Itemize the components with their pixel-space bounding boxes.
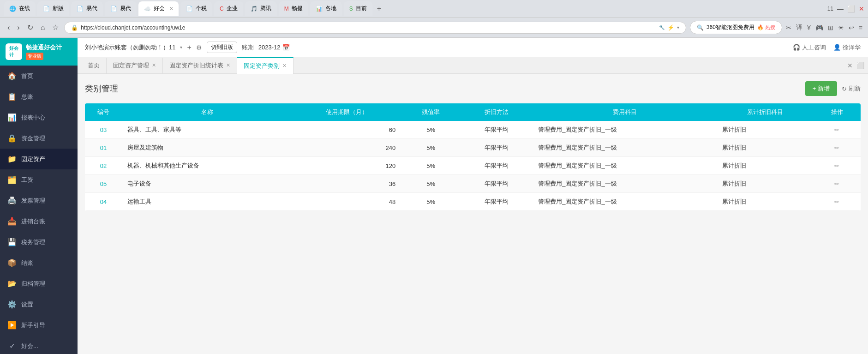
- browser-tab-label: 在线: [19, 5, 30, 12]
- cell-edit[interactable]: ✏: [813, 139, 861, 157]
- cell-edit[interactable]: ✏: [813, 193, 861, 211]
- menu-icon[interactable]: ≡: [859, 24, 862, 31]
- period-label: 账期: [242, 43, 254, 52]
- cell-edit[interactable]: ✏: [813, 157, 861, 175]
- game-icon[interactable]: 🎮: [815, 24, 823, 31]
- brand-icon-text: 好会计: [9, 45, 18, 58]
- sidebar-item-tax[interactable]: 💾 税务管理: [0, 232, 78, 252]
- tab-fixed-mgmt-close[interactable]: ✕: [152, 62, 156, 68]
- forward-button[interactable]: ›: [15, 22, 21, 34]
- minimize-button[interactable]: —: [837, 5, 844, 12]
- sidebar-item-guide[interactable]: ▶️ 新手引导: [0, 315, 78, 336]
- cell-name: 电子设备: [122, 175, 292, 193]
- browser-tab-enterprise[interactable]: C 企业: [214, 1, 243, 16]
- sidebar-item-cash[interactable]: 🔒 资金管理: [0, 128, 78, 149]
- sidebar-item-report[interactable]: 📊 报表中心: [0, 107, 78, 128]
- tab-home[interactable]: 首页: [81, 58, 107, 73]
- history-icon[interactable]: ↩: [849, 24, 854, 31]
- browser-tab-easy1[interactable]: 📄 易代: [71, 1, 103, 16]
- browser-tab-label: 目前: [356, 5, 367, 12]
- top-bar-left: 刘小艳演示账套（勿删勿动！）11 ▾ + ⚙ 切到旧版 账期 2023-12 📅: [85, 42, 290, 53]
- browser-tab-label: 新版: [53, 5, 64, 12]
- sidebar-item-purchase[interactable]: 📥 进销台账: [0, 211, 78, 232]
- period-value[interactable]: 2023-12 📅: [258, 44, 290, 51]
- cell-residual: 5%: [401, 175, 461, 193]
- cell-residual: 5%: [401, 139, 461, 157]
- grid-icon[interactable]: ⊞: [828, 24, 833, 31]
- new-tab-button[interactable]: +: [374, 4, 384, 14]
- switch-version-button[interactable]: 切到旧版: [207, 42, 237, 53]
- settings-button[interactable]: ⚙: [196, 44, 202, 51]
- tab-close-all-button[interactable]: ✕: [847, 62, 853, 69]
- browser-tab-chanjet[interactable]: ☁️ 好会 ✕: [138, 1, 179, 16]
- refresh-button[interactable]: ↻ 刷新: [842, 84, 861, 93]
- browser-tab-tencent[interactable]: 🎵 腾讯: [245, 1, 277, 16]
- sidebar-item-archive[interactable]: 📂 归档管理: [0, 273, 78, 294]
- yuan-icon[interactable]: ¥: [807, 24, 811, 31]
- browser-tab-tax[interactable]: 📄 个税: [180, 1, 212, 16]
- cell-method: 年限平均: [461, 193, 533, 211]
- cell-edit[interactable]: ✏: [813, 175, 861, 193]
- bookmark-button[interactable]: ☆: [50, 21, 60, 34]
- sidebar-item-settle[interactable]: 📦 结账: [0, 252, 78, 273]
- browser-tab-muqian[interactable]: S 目前: [344, 1, 372, 16]
- sidebar-item-payroll[interactable]: 🗂️ 工资: [0, 169, 78, 190]
- more-icon: ✓: [7, 342, 17, 350]
- translate-icon[interactable]: 译: [796, 24, 802, 32]
- tab-count: 11: [827, 6, 833, 12]
- browser-tab-changte[interactable]: M 畅提: [279, 1, 308, 16]
- user-section[interactable]: 👤 徐泽华: [833, 43, 861, 52]
- sidebar-item-settings[interactable]: ⚙️ 设置: [0, 294, 78, 315]
- tab-expand-button[interactable]: ⬜: [856, 62, 864, 69]
- sidebar-item-invoice[interactable]: 🖨️ 发票管理: [0, 190, 78, 211]
- back-button[interactable]: ‹: [6, 22, 12, 34]
- browser-tab-gedi[interactable]: 📊 各地: [310, 1, 342, 16]
- address-bar: ‹ › ↻ ⌂ ☆ 🔒 https://cloud.chanjet.com/ac…: [0, 18, 868, 38]
- refresh-button[interactable]: ↻: [25, 21, 35, 34]
- table-row: 02机器、机械和其他生产设备1205%年限平均管理费用_固定资产折旧_一级累计折…: [85, 157, 861, 175]
- brand-info: 畅捷通好会计 专业版: [26, 43, 62, 60]
- sidebar-item-ledger[interactable]: 📋 总账: [0, 86, 78, 107]
- payroll-icon: 🗂️: [7, 175, 17, 184]
- company-dropdown-icon[interactable]: ▾: [180, 45, 182, 50]
- tab-fixed-cat[interactable]: 固定资产类别 ✕: [237, 57, 293, 74]
- add-company-button[interactable]: +: [187, 43, 191, 52]
- tab-fixed-mgmt-label: 固定资产管理: [113, 61, 149, 70]
- cell-period: 240: [292, 139, 401, 157]
- cell-name: 房屋及建筑物: [122, 139, 292, 157]
- sun-icon[interactable]: ☀: [838, 24, 844, 31]
- browser-tab-new[interactable]: 📄 新版: [37, 1, 69, 16]
- tab-fixed-cat-close[interactable]: ✕: [282, 63, 287, 69]
- cell-method: 年限平均: [461, 121, 533, 139]
- browser-tab-online[interactable]: 🌐 在线: [4, 1, 36, 16]
- ledger-icon: 📋: [7, 92, 17, 101]
- cell-method: 年限平均: [461, 157, 533, 175]
- sidebar-item-home[interactable]: 🏠 首页: [0, 66, 78, 86]
- url-bar[interactable]: 🔒 https://cloud.chanjet.com/accounting/u…: [64, 22, 686, 34]
- fixed-icon: 📁: [7, 155, 17, 163]
- add-button[interactable]: + 新增: [805, 81, 837, 96]
- cell-period: 48: [292, 193, 401, 211]
- search-bar[interactable]: 🔍 360智能抠图免费用 🔥 热搜: [690, 21, 782, 34]
- search-icon: 🔍: [697, 24, 704, 31]
- sidebar-item-fixed[interactable]: 📁 固定资产: [0, 149, 78, 169]
- close-button[interactable]: ✕: [859, 5, 864, 12]
- cell-edit[interactable]: ✏: [813, 121, 861, 139]
- cut-icon[interactable]: ✂: [786, 24, 791, 31]
- sidebar-item-more[interactable]: ✓ 好会...: [0, 336, 78, 354]
- tab-fixed-mgmt[interactable]: 固定资产管理 ✕: [107, 58, 163, 73]
- col-period: 使用期限（月）: [292, 103, 401, 121]
- home-button[interactable]: ⌂: [39, 22, 47, 34]
- help-section[interactable]: 🎧 人工咨询: [793, 43, 826, 52]
- cell-method: 年限平均: [461, 175, 533, 193]
- refresh-label: 刷新: [849, 84, 861, 93]
- cell-code: 03: [85, 121, 122, 139]
- browser-tab-close[interactable]: ✕: [169, 6, 173, 11]
- tab-fixed-stats-close[interactable]: ✕: [226, 62, 230, 68]
- help-label: 人工咨询: [802, 43, 826, 52]
- tab-fixed-stats[interactable]: 固定资产折旧统计表 ✕: [163, 58, 237, 73]
- col-accumulated: 累计折旧科目: [717, 103, 813, 121]
- report-icon: 📊: [7, 113, 17, 122]
- browser-tab-easy2[interactable]: 📄 易代: [105, 1, 137, 16]
- maximize-button[interactable]: ⬜: [847, 5, 855, 12]
